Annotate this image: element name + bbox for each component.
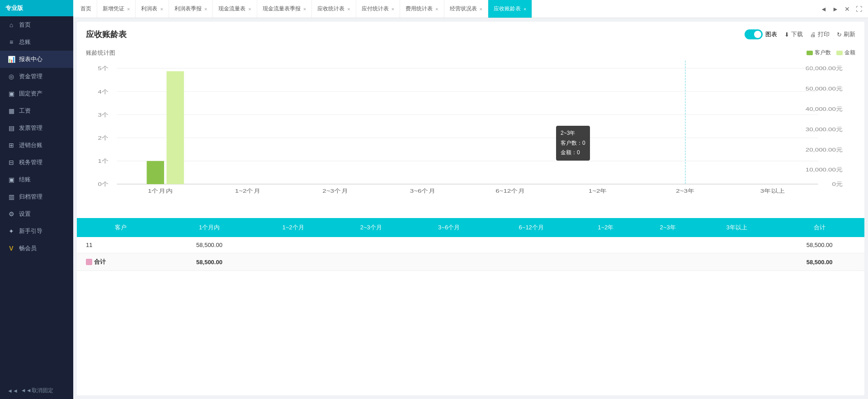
svg-text:3个: 3个: [98, 112, 108, 118]
svg-text:1个: 1个: [98, 158, 108, 164]
tax-icon: ⊟: [7, 159, 15, 166]
tab-close-all-button[interactable]: ✕: [842, 4, 853, 14]
tab-operation-close[interactable]: ×: [480, 6, 482, 12]
tab-expense-stat-label: 费用统计表: [406, 5, 433, 13]
salary-icon: ▦: [7, 107, 15, 114]
cell-3year: [699, 237, 774, 253]
svg-text:6~12个月: 6~12个月: [495, 188, 525, 194]
tab-operation-label: 经营状况表: [450, 5, 477, 13]
print-button[interactable]: 🖨 打印: [810, 30, 830, 38]
tab-cashflow-quarter-close[interactable]: ×: [303, 6, 306, 12]
col-3year: 3年以上: [699, 218, 774, 237]
tab-receivable-stat-close[interactable]: ×: [347, 6, 350, 12]
svg-text:10,000.00元: 10,000.00元: [806, 167, 843, 173]
tab-cashflow[interactable]: 现金流量表 ×: [213, 0, 257, 18]
sidebar: 专业版 ⌂ 首页 ≡ 总账 📊 报表中心 ◎ 资金管理 ▣ 固定资产 ▦ 工资 …: [0, 0, 73, 399]
chart-toggle-label: 图表: [765, 30, 777, 38]
tab-profit-close[interactable]: ×: [160, 6, 163, 12]
tab-cashflow-quarter[interactable]: 现金流量表季报 ×: [257, 0, 312, 18]
app-logo: 专业版: [0, 0, 73, 16]
tab-expand-button[interactable]: ⛶: [854, 4, 864, 14]
sidebar-label-home: 首页: [19, 21, 31, 29]
sidebar-label-invoice: 发票管理: [19, 124, 42, 132]
svg-text:1个月内: 1个月内: [148, 188, 173, 194]
chart-toggle[interactable]: [745, 29, 763, 39]
legend-amount-label: 金额: [844, 49, 855, 57]
tab-prev-button[interactable]: ◄: [818, 4, 829, 14]
svg-text:2个: 2个: [98, 135, 108, 141]
cell-total: 58,500.00: [774, 237, 864, 253]
tab-payable-stat-close[interactable]: ×: [392, 6, 394, 12]
sidebar-item-inventory[interactable]: ⊞ 进销台账: [0, 137, 73, 154]
ledger-icon: ≡: [7, 38, 15, 46]
sidebar-item-vip[interactable]: V 畅会员: [0, 240, 73, 257]
sidebar-item-invoice[interactable]: ▤ 发票管理: [0, 119, 73, 137]
col-612month: 6~12个月: [488, 218, 575, 237]
col-customer: 客户: [77, 218, 165, 237]
svg-text:30,000.00元: 30,000.00元: [806, 126, 843, 132]
sidebar-label-inventory: 进销台账: [19, 141, 42, 149]
col-23month: 2~3个月: [332, 218, 410, 237]
home-icon: ⌂: [7, 21, 15, 28]
sidebar-item-archive[interactable]: ▥ 归档管理: [0, 188, 73, 205]
chart-toggle-wrap: 图表: [745, 29, 777, 39]
cell-customer: 11: [77, 237, 165, 253]
tab-receivable-stat[interactable]: 应收统计表 ×: [312, 0, 356, 18]
svg-text:1~2年: 1~2年: [589, 188, 607, 194]
sidebar-item-close[interactable]: ▣ 结账: [0, 171, 73, 188]
sidebar-item-home[interactable]: ⌂ 首页: [0, 16, 73, 33]
tab-cashflow-close[interactable]: ×: [248, 6, 251, 12]
cell-612month: [488, 237, 575, 253]
sidebar-item-ledger[interactable]: ≡ 总账: [0, 33, 73, 51]
tab-new-voucher[interactable]: 新增凭证 ×: [97, 0, 136, 18]
sidebar-item-assets[interactable]: ▣ 固定资产: [0, 85, 73, 102]
sidebar-label-ledger: 总账: [19, 38, 31, 46]
tab-profit-quarter[interactable]: 利润表季报 ×: [169, 0, 213, 18]
reports-icon: 📊: [7, 56, 15, 63]
data-table: 客户 1个月内 1~2个月 2~3个月 3~6个月 6~12个月 1~2年 2~…: [77, 218, 864, 271]
svg-text:3年以上: 3年以上: [760, 188, 785, 194]
sidebar-item-reports[interactable]: 📊 报表中心: [0, 51, 73, 68]
total-label-text: 合计: [94, 258, 106, 266]
sidebar-label-tax: 税务管理: [19, 158, 42, 166]
total-23month: [332, 253, 410, 271]
tab-expense-stat[interactable]: 费用统计表 ×: [400, 0, 444, 18]
sidebar-label-settings: 设置: [19, 210, 31, 218]
tab-home[interactable]: 首页: [75, 0, 97, 18]
page-header: 应收账龄表 图表 ⬇ 下载 🖨 打印 ↻ 刷新: [77, 22, 864, 44]
cell-23year: [637, 237, 698, 253]
download-button[interactable]: ⬇ 下载: [784, 30, 803, 38]
svg-text:4个: 4个: [98, 89, 108, 95]
tab-operation[interactable]: 经营状况表 ×: [444, 0, 488, 18]
tab-new-voucher-close[interactable]: ×: [127, 6, 130, 12]
table-header-row: 客户 1个月内 1~2个月 2~3个月 3~6个月 6~12个月 1~2年 2~…: [77, 218, 864, 237]
total-total: 58,500.00: [774, 253, 864, 271]
sidebar-item-funds[interactable]: ◎ 资金管理: [0, 68, 73, 85]
sidebar-item-tax[interactable]: ⊟ 税务管理: [0, 154, 73, 171]
toggle-pin-button[interactable]: ◄◄ ◄◄取消固定: [0, 382, 73, 399]
sidebar-item-guide[interactable]: ✦ 新手引导: [0, 223, 73, 240]
bar-customers-1month: [147, 161, 164, 184]
legend-customers: 客户数: [807, 49, 831, 57]
tab-profit[interactable]: 利润表 ×: [136, 0, 169, 18]
pin-label: ◄◄取消固定: [21, 387, 53, 394]
col-total: 合计: [774, 218, 864, 237]
refresh-button[interactable]: ↻ 刷新: [837, 30, 855, 38]
sidebar-item-settings[interactable]: ⚙ 设置: [0, 205, 73, 223]
total-row: 合计 58,500.00 58,500.00: [77, 253, 864, 271]
sidebar-label-assets: 固定资产: [19, 90, 42, 98]
tab-aging[interactable]: 应收账龄表 ×: [488, 0, 532, 18]
download-label: 下载: [791, 30, 803, 38]
total-icon: [86, 259, 92, 265]
tab-home-label: 首页: [80, 5, 91, 13]
sidebar-item-salary[interactable]: ▦ 工资: [0, 102, 73, 119]
tab-next-button[interactable]: ►: [830, 4, 841, 14]
funds-icon: ◎: [7, 73, 15, 80]
tab-expense-stat-close[interactable]: ×: [435, 6, 438, 12]
cell-36month: [410, 237, 488, 253]
col-23year: 2~3年: [637, 218, 698, 237]
tab-aging-close[interactable]: ×: [524, 6, 526, 12]
tab-profit-quarter-close[interactable]: ×: [204, 6, 207, 12]
tab-payable-stat[interactable]: 应付统计表 ×: [356, 0, 400, 18]
total-12month: [254, 253, 332, 271]
